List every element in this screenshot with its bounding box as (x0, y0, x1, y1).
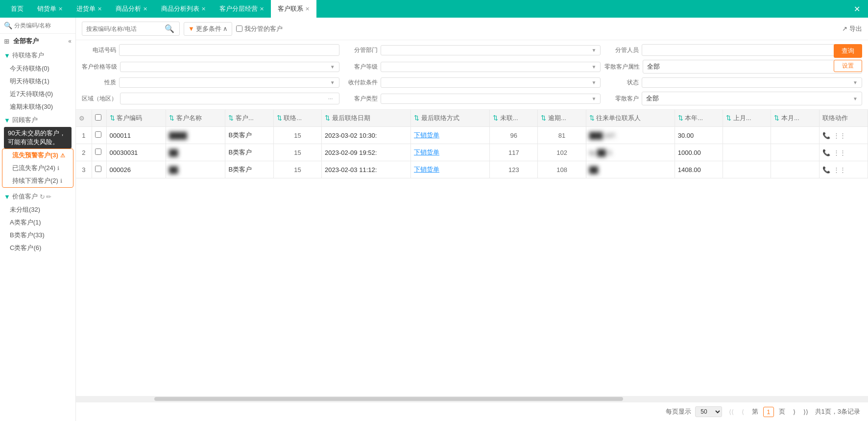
prev-page-button[interactable]: ⟨ (739, 407, 747, 417)
customer-level-label: 客户等级 (343, 63, 378, 71)
edit-icon[interactable]: ✏ (46, 193, 51, 200)
payment-select[interactable]: ▼ (381, 77, 601, 88)
row-checkbox-cell (92, 161, 106, 178)
action-menu-icon[interactable]: ⋮⋮ (833, 149, 846, 156)
sidebar-churn-warning[interactable]: 流失预警客户(3) ⚠ (2, 149, 73, 162)
gear-icon[interactable]: ⚙ (79, 115, 85, 122)
close-purchase-order-icon[interactable]: ✕ (97, 0, 102, 18)
my-customers-checkbox-label[interactable]: 我分管的客户 (236, 25, 283, 33)
region-select[interactable]: ··· (120, 93, 339, 104)
region-label: 区域（地区） (82, 95, 117, 103)
search-input[interactable] (86, 25, 165, 32)
first-page-button[interactable]: ⟨⟨ (726, 407, 737, 417)
close-product-analysis-list-icon[interactable]: ✕ (201, 0, 206, 18)
action-phone-icon[interactable]: 📞 (822, 166, 830, 173)
sort-unit-contact-icon[interactable]: ⇅ (589, 114, 595, 122)
horizontal-scrollbar[interactable] (76, 396, 868, 402)
filter-price-level-row: 客户价格等级 ▼ (82, 60, 339, 74)
page-nav: ⟨⟨ ⟨ 第 1 页 ⟩ ⟩⟩ (726, 406, 811, 417)
window-close-button[interactable]: ✕ (850, 4, 864, 14)
close-sales-order-icon[interactable]: ✕ (58, 0, 63, 18)
value-customers-section[interactable]: ▼ 价值客户 ↻ ✏ (0, 190, 75, 203)
nav-home[interactable]: 首页 (4, 0, 30, 18)
sort-this-year-icon[interactable]: ⇅ (678, 114, 683, 122)
row-action: 📞 ⋮⋮ (819, 127, 868, 144)
nav-product-analysis-list[interactable]: 商品分析列表 ✕ (154, 0, 213, 18)
export-button[interactable]: ↗ 导出 (842, 25, 862, 33)
select-all-checkbox[interactable] (95, 114, 101, 121)
sidebar-search-area: 🔍 (0, 18, 75, 34)
row-not-contacted: 117 (490, 144, 538, 161)
nature-select[interactable]: ▼ (119, 77, 339, 88)
dept-select[interactable]: ▼ (381, 45, 601, 55)
nav-sales-order[interactable]: 销货单 ✕ (30, 0, 70, 18)
manager-select[interactable]: ··· (642, 44, 862, 56)
customer-table: ⚙ ⇅ 客户编码 ⇅ 客户名称 (76, 110, 868, 178)
query-button[interactable]: 查询 (834, 44, 862, 58)
action-menu-icon[interactable]: ⋮⋮ (833, 166, 846, 173)
scrollbar-thumb[interactable] (154, 397, 623, 401)
nav-product-analysis[interactable]: 商品分析 ✕ (109, 0, 154, 18)
phone-input[interactable] (119, 44, 339, 56)
sort-last-month-icon[interactable]: ⇅ (726, 114, 731, 122)
sort-contact-icon[interactable]: ⇅ (277, 114, 282, 122)
row-checkbox[interactable] (95, 131, 101, 138)
settings-button[interactable]: 设置 (834, 60, 862, 72)
sidebar-unclassified[interactable]: 未分组(32) (0, 203, 75, 216)
action-menu-icon[interactable]: ⋮⋮ (833, 132, 846, 139)
nav-purchase-order[interactable]: 进货单 ✕ (70, 0, 109, 18)
sidebar-today-contact[interactable]: 今天待联络(0) (0, 62, 75, 75)
close-product-analysis-icon[interactable]: ✕ (143, 0, 147, 18)
contact-method-link[interactable]: 下销货单 (414, 166, 439, 173)
price-level-select[interactable]: ▼ (120, 62, 339, 72)
sort-method-icon[interactable]: ⇅ (414, 114, 419, 122)
per-page-select[interactable]: 50 100 200 (695, 406, 722, 417)
contact-method-link[interactable]: 下销货单 (414, 149, 439, 156)
next-page-button[interactable]: ⟩ (790, 407, 798, 417)
sort-date-icon[interactable]: ⇅ (325, 114, 330, 122)
nav-customer-contact[interactable]: 客户联系 ✕ (271, 0, 316, 18)
sidebar-a-customers[interactable]: A类客户(1) (0, 216, 75, 229)
risk-section-header[interactable]: ▼ 回顾客户 (0, 113, 75, 127)
refresh-icon[interactable]: ↻ (40, 193, 45, 200)
action-phone-icon[interactable]: 📞 (822, 149, 830, 156)
row-checkbox[interactable] (95, 166, 101, 172)
close-customer-contact-icon[interactable]: ✕ (305, 0, 310, 18)
nature-caret-icon: ▼ (330, 80, 335, 85)
customer-type-select[interactable]: ▼ (381, 94, 601, 104)
sidebar-search-input[interactable] (14, 22, 76, 29)
contact-method-link[interactable]: 下销货单 (414, 131, 439, 139)
sidebar-churned[interactable]: 已流失客户(24) ℹ (2, 162, 73, 174)
region-dots-btn[interactable]: ··· (326, 95, 335, 102)
sidebar-c-customers[interactable]: C类客户(6) (0, 242, 75, 254)
search-button[interactable]: 🔍 (165, 24, 174, 33)
sidebar-declining[interactable]: 持续下滑客户(2) ℹ (2, 174, 73, 187)
status-select[interactable]: ▼ (642, 77, 862, 88)
sidebar-b-customers[interactable]: B类客户(33) (0, 229, 75, 242)
pending-contact-section[interactable]: ▼ 待联络客户 (0, 49, 75, 62)
nav-customer-tier[interactable]: 客户分层经营 ✕ (213, 0, 271, 18)
my-customers-checkbox[interactable] (236, 25, 242, 32)
sort-not-contacted-icon[interactable]: ⇅ (493, 114, 498, 122)
sort-type-icon[interactable]: ⇅ (228, 114, 234, 122)
sort-name-icon[interactable]: ⇅ (169, 114, 174, 122)
last-page-button[interactable]: ⟩⟩ (800, 407, 811, 417)
collapse-icon[interactable]: « (68, 38, 72, 45)
sidebar-tomorrow-contact[interactable]: 明天待联络(1) (0, 75, 75, 88)
sidebar-7day-contact[interactable]: 近7天待联络(0) (0, 88, 75, 100)
manager-label: 分管人员 (604, 46, 639, 54)
sidebar-overdue-contact[interactable]: 逾期未联络(30) (0, 100, 75, 113)
all-customers-header[interactable]: ⊞ 全部客户 « (0, 34, 75, 49)
action-phone-icon[interactable]: 📞 (822, 132, 830, 139)
sort-overdue-icon[interactable]: ⇅ (541, 114, 546, 122)
row-checkbox[interactable] (95, 149, 101, 155)
unit-contact-blurred: ██ (589, 166, 598, 173)
zero-customer-select[interactable]: 全部 ▼ (642, 92, 862, 105)
customer-level-select[interactable]: ▼ (381, 62, 601, 72)
filter-phone-row: 电话号码 (82, 44, 339, 56)
more-filter-button[interactable]: ▼ 更多条件 ∧ (184, 22, 232, 36)
close-customer-tier-icon[interactable]: ✕ (260, 0, 264, 18)
sort-code-icon[interactable]: ⇅ (110, 114, 115, 122)
zero-attr-select[interactable]: 全部 ▼ (643, 60, 862, 74)
sort-this-month-icon[interactable]: ⇅ (774, 114, 779, 122)
